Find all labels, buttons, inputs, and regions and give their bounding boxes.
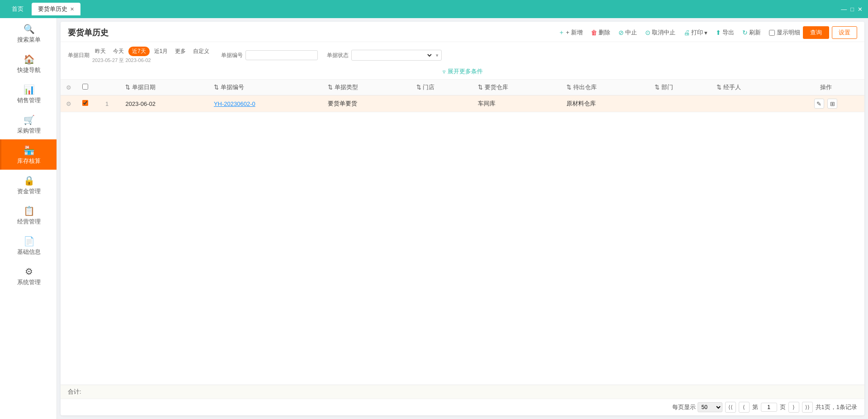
content-area: 要货单历史 ＋ + 新增 🗑 删除 ⊘ 中止 ⊙ bbox=[57, 18, 868, 419]
search-icon: 🔍 bbox=[24, 24, 35, 33]
sidebar-item-purchase[interactable]: 🛒 采购管理 bbox=[0, 109, 57, 139]
minimize-icon[interactable]: — bbox=[841, 6, 847, 13]
sidebar-item-system[interactable]: ⚙ 系统管理 bbox=[0, 261, 57, 291]
sidebar-item-label: 资金管理 bbox=[17, 187, 41, 195]
settings-button[interactable]: 设置 bbox=[832, 26, 857, 39]
td-date: 2023-06-02 bbox=[121, 95, 209, 112]
next-page-btn[interactable]: ⟩ bbox=[788, 402, 799, 413]
query-button[interactable]: 查询 bbox=[803, 26, 829, 39]
home-icon: 🏠 bbox=[24, 55, 35, 64]
select-all-checkbox[interactable] bbox=[82, 84, 88, 90]
expand-down-icon: ▿ bbox=[443, 68, 446, 75]
th-docno[interactable]: ⇅ 单据编号 bbox=[209, 80, 323, 95]
sidebar-item-inventory[interactable]: 🏪 库存核算 bbox=[0, 139, 57, 170]
page-num-input[interactable] bbox=[761, 403, 777, 412]
tab-history[interactable]: 要货单历史 ✕ bbox=[32, 3, 80, 15]
th-doctype-label: ⇅ 单据类型 bbox=[328, 84, 358, 90]
toolbar: ＋ + 新增 🗑 删除 ⊘ 中止 ⊙ 取消中止 bbox=[555, 26, 857, 39]
top-bar: 首页 要货单历史 ✕ — □ ✕ bbox=[0, 0, 868, 18]
cancel-stop-button[interactable]: ⊙ 取消中止 bbox=[642, 27, 679, 38]
th-pendingwarehouse-label: ⇅ 待出仓库 bbox=[566, 84, 597, 90]
status-filter-group: 单据状态 ▾ bbox=[327, 50, 442, 61]
sidebar-item-basic[interactable]: 📄 基础信息 bbox=[0, 230, 57, 261]
date-tab-yesterday[interactable]: 昨天 bbox=[92, 47, 108, 56]
date-tab-1month[interactable]: 近1月 bbox=[151, 47, 171, 56]
view-op-btn[interactable]: ⊞ bbox=[827, 99, 837, 109]
th-settings[interactable]: ⚙ bbox=[61, 80, 77, 95]
page-content: 要货单历史 ＋ + 新增 🗑 删除 ⊘ 中止 ⊙ bbox=[61, 22, 864, 415]
tab-home[interactable]: 首页 bbox=[5, 3, 30, 15]
status-select-wrap: ▾ bbox=[351, 50, 442, 61]
display-detail-label: 显示明细 bbox=[777, 29, 800, 37]
query-label: 查询 bbox=[810, 29, 822, 36]
sidebar-item-operation[interactable]: 📋 经营管理 bbox=[0, 200, 57, 230]
page-size-select[interactable]: 20 50 100 200 bbox=[698, 402, 722, 412]
filter-area: 单据日期 昨天 今天 近7天 近1月 更多 自定义 2023-05-27 至 2… bbox=[61, 42, 864, 80]
refresh-label: 刷新 bbox=[749, 29, 761, 37]
tab-history-label: 要货单历史 bbox=[38, 5, 67, 13]
date-tab-7days[interactable]: 近7天 bbox=[128, 47, 150, 56]
th-handler[interactable]: ⇅ 经手人 bbox=[712, 80, 787, 95]
date-tab-today[interactable]: 今天 bbox=[110, 47, 127, 56]
clipboard-icon: 📋 bbox=[24, 206, 35, 215]
date-filter-group: 单据日期 昨天 今天 近7天 近1月 更多 自定义 2023-05-27 至 2… bbox=[68, 47, 212, 64]
th-pendingwarehouse[interactable]: ⇅ 待出仓库 bbox=[562, 80, 650, 95]
last-page-btn[interactable]: ⟩⟩ bbox=[802, 402, 813, 413]
pagination-bar: 每页显示 20 50 100 200 ⟨⟨ ⟨ 第 页 ⟩ ⟩⟩ 共1页，1条记… bbox=[61, 399, 864, 415]
sidebar-item-finance[interactable]: 🔒 资金管理 bbox=[0, 170, 57, 200]
th-reqwarehouse[interactable]: ⇅ 要货仓库 bbox=[473, 80, 561, 95]
main-layout: 🔍 搜索菜单 🏠 快捷导航 📊 销售管理 🛒 采购管理 🏪 库存核算 🔒 资金管… bbox=[0, 18, 868, 419]
row-checkbox[interactable] bbox=[82, 100, 88, 106]
date-tab-more[interactable]: 更多 bbox=[172, 47, 189, 56]
display-detail-check[interactable]: 显示明细 bbox=[769, 29, 800, 37]
edit-op-btn[interactable]: ✎ bbox=[814, 99, 824, 109]
date-range-text: 2023-05-27 至 2023-06-02 bbox=[92, 57, 212, 64]
sidebar-item-sales[interactable]: 📊 销售管理 bbox=[0, 79, 57, 109]
stop-button[interactable]: ⊘ 中止 bbox=[615, 27, 641, 38]
filter-row-1: 单据日期 昨天 今天 近7天 近1月 更多 自定义 2023-05-27 至 2… bbox=[68, 47, 857, 64]
tab-close-icon[interactable]: ✕ bbox=[70, 6, 74, 12]
refresh-icon: ↻ bbox=[742, 29, 748, 36]
th-store-label: ⇅ 门店 bbox=[416, 84, 435, 90]
delete-icon: 🗑 bbox=[591, 29, 597, 36]
close-icon[interactable]: ✕ bbox=[858, 6, 863, 13]
td-handler bbox=[712, 95, 787, 112]
document-icon: 📄 bbox=[24, 237, 35, 246]
maximize-icon[interactable]: □ bbox=[850, 6, 854, 13]
prev-page-btn[interactable]: ⟨ bbox=[739, 402, 750, 413]
sidebar-item-search[interactable]: 🔍 搜索菜单 bbox=[0, 18, 57, 48]
td-docno[interactable]: YH-20230602-0 bbox=[209, 95, 323, 112]
print-icon: 🖨 bbox=[684, 29, 690, 36]
sidebar: 🔍 搜索菜单 🏠 快捷导航 📊 销售管理 🛒 采购管理 🏪 库存核算 🔒 资金管… bbox=[0, 18, 57, 419]
cart-icon: 🛒 bbox=[24, 115, 35, 124]
th-store[interactable]: ⇅ 门店 bbox=[412, 80, 474, 95]
print-dropdown-icon: ▾ bbox=[704, 29, 708, 36]
sidebar-item-label: 采购管理 bbox=[17, 127, 41, 135]
th-department[interactable]: ⇅ 部门 bbox=[650, 80, 712, 95]
first-page-btn[interactable]: ⟨⟨ bbox=[725, 402, 736, 413]
cancel-stop-icon: ⊙ bbox=[645, 29, 651, 36]
docno-input[interactable] bbox=[245, 50, 318, 60]
delete-button[interactable]: 🗑 删除 bbox=[587, 27, 614, 38]
new-button[interactable]: ＋ + 新增 bbox=[555, 27, 586, 38]
export-button[interactable]: ⬆ 导出 bbox=[712, 27, 738, 38]
th-department-label: ⇅ 部门 bbox=[655, 84, 673, 90]
th-doctype[interactable]: ⇅ 单据类型 bbox=[323, 80, 411, 95]
lock-icon: 🔒 bbox=[24, 176, 35, 185]
window-controls: — □ ✕ bbox=[841, 6, 863, 13]
print-button[interactable]: 🖨 打印 ▾ bbox=[680, 27, 711, 38]
refresh-button[interactable]: ↻ 刷新 bbox=[739, 27, 764, 38]
expand-more-btn[interactable]: ▿ 展开更多条件 bbox=[68, 67, 857, 76]
expand-more-label: 展开更多条件 bbox=[448, 67, 483, 76]
td-settings[interactable]: ⚙ bbox=[61, 95, 77, 112]
docno-filter-group: 单据编号 bbox=[221, 50, 318, 60]
td-pendingwarehouse: 原材料仓库 bbox=[562, 95, 650, 112]
total-info: 共1页，1条记录 bbox=[816, 403, 857, 411]
th-check bbox=[77, 80, 93, 95]
sidebar-item-quicknav[interactable]: 🏠 快捷导航 bbox=[0, 48, 57, 79]
date-tab-custom[interactable]: 自定义 bbox=[190, 47, 212, 56]
status-select[interactable] bbox=[352, 50, 433, 60]
th-date[interactable]: ⇅ 单据日期 bbox=[121, 80, 209, 95]
print-label: 打印 bbox=[691, 29, 703, 37]
display-detail-checkbox[interactable] bbox=[769, 30, 775, 36]
